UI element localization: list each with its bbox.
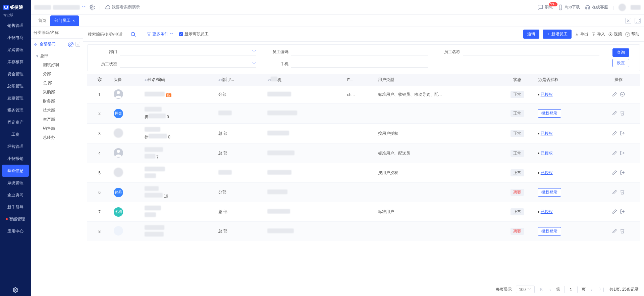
more-conditions[interactable]: 更多条件 ﹀ [147,31,174,37]
page-input[interactable] [564,286,578,293]
logout-icon[interactable] [620,209,625,214]
last-page-icon[interactable]: 〉| [598,287,605,292]
col-gear[interactable] [87,74,112,86]
filter-mobile[interactable]: 手机 [264,60,428,68]
video-button[interactable]: 视频 [608,31,622,37]
sidebar-item[interactable]: 工资 [0,128,31,140]
settings-button[interactable]: 设置 [612,59,629,67]
company-selector[interactable]: ﹀ [34,4,86,10]
filter-status[interactable]: 员工状态﹀ [93,60,256,68]
dept-node[interactable]: 生产部 [31,115,83,124]
sidebar-item[interactable]: 税务管理 [0,104,31,116]
sidebar-item[interactable]: 基础信息 [2,165,29,177]
page-size-select[interactable]: 100﹀ [516,286,535,293]
sidebar-settings[interactable] [0,284,31,296]
edit-icon[interactable] [612,92,617,97]
auth-link[interactable]: 已授权 [538,170,553,176]
col-usertype[interactable]: 用户类型 [376,74,499,86]
query-button[interactable]: 查询 [612,48,629,57]
edit-icon[interactable] [612,170,617,175]
sidebar-item[interactable]: 企业协同 [0,189,31,201]
edit-icon[interactable] [612,111,617,116]
edit-icon[interactable] [612,151,617,156]
auth-link[interactable]: 已授权 [538,209,553,215]
dept-node[interactable]: 分部 [31,70,83,79]
col-mobile[interactable]: ▴▾机 [265,74,345,86]
col-dept[interactable]: ▴▾部门/... [216,74,265,86]
sidebar-item[interactable]: 发票管理 [0,92,31,104]
dept-node[interactable]: 销售部 [31,124,83,133]
sidebar-item[interactable]: 系统管理 [0,177,31,189]
logout-icon[interactable] [620,151,625,156]
col-op[interactable]: 操作 [597,74,640,86]
sidebar-item[interactable]: 销售管理 [0,19,31,32]
edit-dept-icon[interactable] [68,42,73,47]
settings-icon[interactable] [89,4,95,10]
tab-home[interactable]: 首页 [34,15,50,26]
sidebar-item[interactable]: 固定资产 [0,116,31,128]
prev-page-icon[interactable]: ‹ [548,287,552,292]
filter-empcode[interactable]: 员工编码 [264,48,428,55]
sidebar-item[interactable]: 总账管理 [0,80,31,92]
col-status[interactable]: 状态 [499,74,536,86]
sidebar-item[interactable]: 小畅电商 [0,32,31,44]
auth-login-button[interactable]: 授权登录 [538,227,561,236]
dept-node-root[interactable]: ▾总部 [31,51,83,60]
demo-link[interactable]: 我要看实例演示 [104,4,140,10]
tab-close-button[interactable]: ✕ [625,18,631,24]
auth-login-button[interactable]: 授权登录 [538,188,561,197]
delete-icon[interactable] [620,111,625,116]
sidebar-item[interactable]: 新手引导 [0,201,31,213]
first-page-icon[interactable]: K [539,287,544,292]
auth-link[interactable]: 已授权 [538,92,553,97]
auth-link[interactable]: 已授权 [538,131,553,136]
export-button[interactable]: 导出 [575,31,588,37]
edit-icon[interactable] [612,189,617,195]
online-service[interactable]: 在线客服 [585,4,608,10]
col-email[interactable]: E... [345,74,376,86]
view-icon[interactable] [620,92,625,97]
auth-login-button[interactable]: 授权登录 [538,109,561,118]
user-avatar[interactable] [619,4,626,11]
sidebar-item[interactable]: 智能管理 [0,213,31,225]
app-download[interactable]: App下载 [557,4,580,10]
next-page-icon[interactable]: › [590,287,594,292]
table-wrap[interactable]: 头像 ▴▾姓名/编码 ▴▾部门/... ▴▾机 E... 用户类型 状态 ?是否… [87,74,640,282]
all-dept-header[interactable]: 全部部门 « [31,39,83,50]
dept-node[interactable]: 总经办 [31,133,83,142]
invite-button[interactable]: 邀请 [523,30,539,39]
dept-node[interactable]: 采购部 [31,88,83,97]
edit-icon[interactable] [612,131,617,136]
dept-node[interactable]: 总 部 [31,79,83,88]
msg-button[interactable]: 消息 99+ [537,4,553,10]
dept-search-input[interactable] [34,30,84,35]
sidebar-item[interactable]: 库存核算 [0,56,31,68]
col-avatar[interactable]: 头像 [112,74,143,86]
col-name[interactable]: ▴▾姓名/编码 [143,74,216,86]
search-icon[interactable] [130,31,136,37]
edit-icon[interactable] [612,228,617,234]
dept-node[interactable]: 财务部 [31,97,83,106]
collapse-panel-icon[interactable]: « [75,42,80,47]
fullscreen-icon[interactable]: ⛶ [635,18,641,24]
logout-icon[interactable] [620,170,625,175]
import-button[interactable]: 导入 [592,31,605,37]
new-emp-button[interactable]: ＋新增员工 [543,30,572,39]
tab-dept-emp[interactable]: 部门员工 × [50,15,79,26]
filter-empname[interactable]: 员工名称 [436,48,599,55]
show-leave-checkbox[interactable]: ✓ 显示离职员工 [179,31,209,37]
sidebar-item[interactable]: 采购管理 [0,44,31,56]
filter-dept[interactable]: 部门﹀ [93,48,256,55]
help-button[interactable]: 帮助 [625,31,639,37]
col-auth[interactable]: ?是否授权 [536,74,597,86]
sidebar-item[interactable]: 资金管理 [0,68,31,80]
delete-icon[interactable] [620,228,625,234]
sidebar-item[interactable]: 经营管理 [0,140,31,153]
logout-icon[interactable] [620,131,625,136]
sidebar-item[interactable]: 应用中心 [0,225,31,237]
dept-node[interactable]: 技术部 [31,106,83,115]
auth-link[interactable]: 已授权 [538,151,553,156]
emp-search-input[interactable] [88,32,128,37]
edit-icon[interactable] [612,209,617,214]
close-icon[interactable]: × [72,18,75,23]
